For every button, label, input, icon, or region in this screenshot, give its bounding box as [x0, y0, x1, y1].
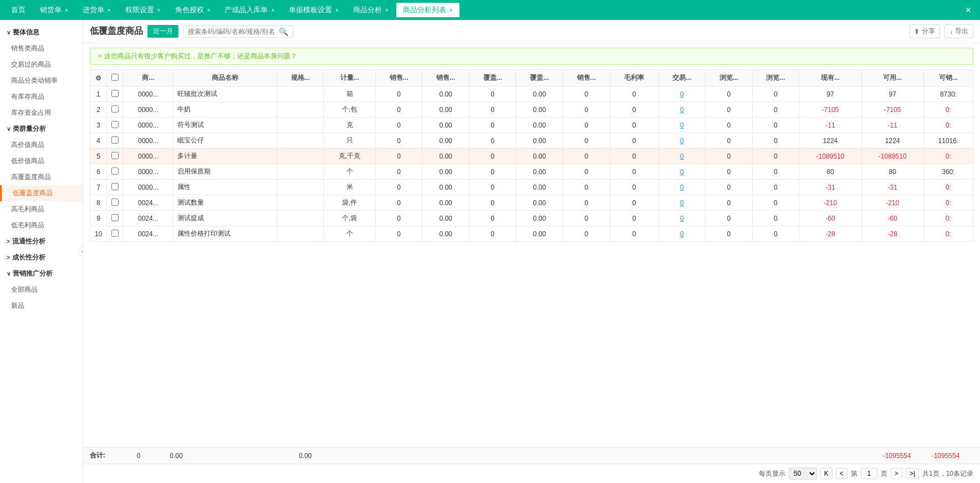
page-input[interactable]: [861, 468, 877, 479]
search-input[interactable]: [188, 28, 277, 35]
nav-permission-close[interactable]: ×: [157, 7, 161, 13]
period-button[interactable]: 近一月: [147, 25, 178, 38]
sidebar-item-all-products[interactable]: 全部商品: [0, 282, 83, 298]
sidebar-section-marketing[interactable]: ∨ 营销推广分析: [0, 266, 83, 282]
cell-gross-margin: 0: [610, 226, 659, 242]
th-checkbox[interactable]: [107, 70, 124, 87]
next-page-button[interactable]: >: [891, 468, 902, 479]
nav-product-analysis-close[interactable]: ×: [385, 7, 389, 13]
select-all-checkbox[interactable]: [111, 74, 119, 81]
cell-current: 1224: [799, 133, 861, 149]
cell-checkbox[interactable]: [107, 195, 124, 211]
cell-code: 0000...: [124, 87, 173, 102]
table-row: 3 0000... 符号测试 克 0 0.00 0 0.00 0 0 0 0 0…: [90, 118, 973, 133]
cell-trade[interactable]: 0: [659, 102, 706, 118]
th-spec[interactable]: 规格...: [277, 70, 324, 87]
nav-role-close[interactable]: ×: [207, 7, 211, 13]
sidebar-item-low-value[interactable]: 低价值商品: [0, 153, 83, 169]
table-row: 2 0000... 牛奶 个,包 0 0.00 0 0.00 0 0 0 0 0…: [90, 102, 973, 118]
cell-spec: [277, 102, 324, 118]
cell-trade[interactable]: 0: [659, 133, 706, 149]
cell-trade[interactable]: 0: [659, 118, 706, 133]
first-page-button[interactable]: K: [820, 468, 833, 479]
cell-checkbox[interactable]: [107, 87, 124, 102]
th-trade[interactable]: 交易...: [659, 70, 706, 87]
nav-template[interactable]: 单据模板设置 ×: [282, 3, 345, 17]
cell-checkbox[interactable]: [107, 180, 124, 195]
cell-trade[interactable]: 0: [659, 87, 706, 102]
th-unit[interactable]: 计量...: [324, 70, 375, 87]
search-icon[interactable]: 🔍: [279, 27, 288, 36]
sidebar-section-growth[interactable]: > 成长性分析: [0, 250, 83, 266]
sidebar-item-traded-products[interactable]: 交易过的商品: [0, 57, 83, 73]
nav-sales-close[interactable]: ×: [65, 7, 68, 13]
cell-checkbox[interactable]: [107, 164, 124, 180]
cell-checkbox[interactable]: [107, 211, 124, 226]
cell-checkbox[interactable]: [107, 133, 124, 149]
cell-trade[interactable]: 0: [659, 164, 706, 180]
sidebar-item-high-value[interactable]: 高价值商品: [0, 137, 83, 153]
th-settings[interactable]: ⚙: [90, 70, 107, 87]
th-sales1[interactable]: 销售...: [375, 70, 422, 87]
section-arrow-overall: ∨: [7, 29, 11, 35]
sidebar-item-new-products[interactable]: 新品: [0, 298, 83, 314]
export-button[interactable]: ↓ 导出: [945, 24, 973, 38]
th-browse1[interactable]: 浏览...: [706, 70, 753, 87]
window-close-button[interactable]: ×: [961, 4, 976, 16]
per-page-select[interactable]: 50 100 200: [789, 467, 817, 480]
sidebar-item-low-coverage[interactable]: 低覆盖度商品: [0, 185, 83, 201]
cell-checkbox[interactable]: [107, 118, 124, 133]
sidebar-item-low-margin[interactable]: 低毛利商品: [0, 217, 83, 233]
last-page-button[interactable]: >|: [906, 468, 919, 479]
nav-product-warehouse[interactable]: 产成品入库单 ×: [218, 3, 281, 17]
nav-product-analysis[interactable]: 商品分析 ×: [346, 3, 395, 17]
nav-product-analysis-list[interactable]: 商品分析列表 ×: [396, 3, 460, 17]
nav-permission[interactable]: 权限设置 ×: [119, 3, 167, 17]
cell-trade[interactable]: 0: [659, 226, 706, 242]
cell-checkbox[interactable]: [107, 226, 124, 242]
nav-home[interactable]: 首页: [4, 3, 32, 17]
nav-product-warehouse-close[interactable]: ×: [271, 7, 274, 13]
sidebar-item-sales-products[interactable]: 销售类商品: [0, 40, 83, 57]
nav-purchase-close[interactable]: ×: [108, 7, 111, 13]
sidebar-item-high-margin[interactable]: 高毛利商品: [0, 201, 83, 217]
cell-sales2: 0.00: [422, 133, 469, 149]
nav-purchase[interactable]: 进货单 ×: [76, 3, 118, 17]
nav-sales[interactable]: 销货单 ×: [33, 3, 75, 17]
th-saleable[interactable]: 可销...: [923, 70, 973, 87]
th-code[interactable]: 商...: [124, 70, 173, 87]
nav-product-analysis-list-close[interactable]: ×: [450, 7, 453, 13]
prev-page-button[interactable]: <: [836, 468, 848, 479]
th-cover2[interactable]: 覆盖...: [516, 70, 563, 87]
sidebar-item-in-stock[interactable]: 有库存商品: [0, 89, 83, 105]
th-gross-margin[interactable]: 毛利率: [610, 70, 659, 87]
cell-trade[interactable]: 0: [659, 211, 706, 226]
th-cover1[interactable]: 覆盖...: [469, 70, 516, 87]
sidebar-section-cluster[interactable]: ∨ 类群量分析: [0, 121, 83, 137]
sidebar-item-category-rate[interactable]: 商品分类动销率: [0, 73, 83, 89]
cell-available: -210: [861, 195, 923, 211]
cell-checkbox[interactable]: [107, 149, 124, 164]
th-name[interactable]: 商品名称: [173, 70, 277, 87]
nav-role[interactable]: 角色授权 ×: [169, 3, 217, 17]
sidebar-section-circulation[interactable]: > 流通性分析: [0, 233, 83, 250]
th-browse2[interactable]: 浏览...: [752, 70, 799, 87]
th-current[interactable]: 现有...: [799, 70, 861, 87]
th-available[interactable]: 可用...: [861, 70, 923, 87]
cell-trade[interactable]: 0: [659, 149, 706, 164]
th-sales2[interactable]: 销售...: [422, 70, 469, 87]
cell-trade[interactable]: 0: [659, 195, 706, 211]
sidebar-item-capital[interactable]: 库存资金占用: [0, 105, 83, 121]
cell-trade[interactable]: 0: [659, 180, 706, 195]
cell-saleable: 0:: [923, 226, 973, 242]
cell-checkbox[interactable]: [107, 102, 124, 118]
cell-name: 测试提成: [173, 211, 277, 226]
share-button[interactable]: ⬆ 分享: [909, 24, 940, 38]
cell-code: 0024...: [124, 195, 173, 211]
table-row: 9 0024... 测试提成 个,袋 0 0.00 0 0.00 0 0 0 0…: [90, 211, 973, 226]
th-sales3[interactable]: 销售...: [563, 70, 610, 87]
nav-template-close[interactable]: ×: [335, 7, 339, 13]
sidebar-section-overall[interactable]: ∨ 整体信息: [0, 24, 83, 40]
sidebar-item-high-coverage[interactable]: 高覆盖度商品: [0, 169, 83, 185]
export-icon: ↓: [950, 28, 953, 35]
